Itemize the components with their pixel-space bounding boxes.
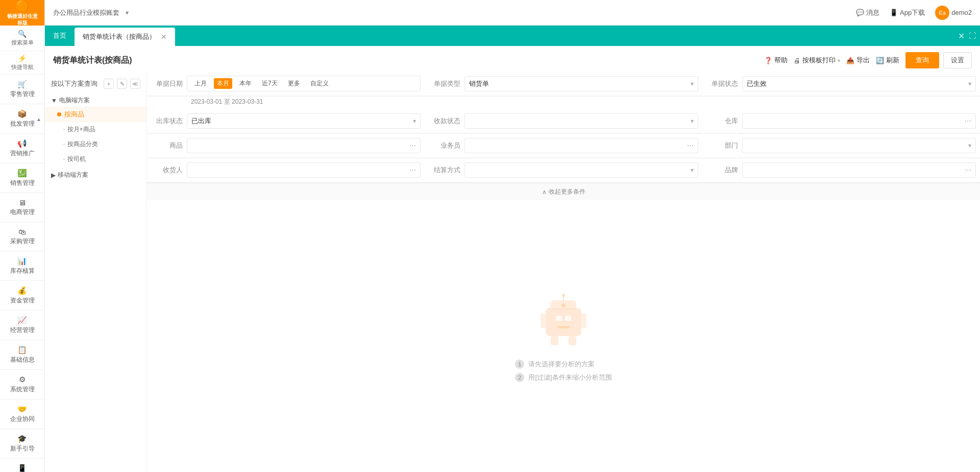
- sidebar-quick-nav[interactable]: ⚡ 快捷导航: [0, 51, 44, 75]
- basic-label: 基础信息: [0, 356, 44, 364]
- user-profile[interactable]: Ea demo2: [935, 6, 972, 20]
- scheme-group-desktop-header[interactable]: ▼ 电脑端方案: [45, 94, 146, 107]
- dept-label: 部门: [706, 141, 742, 150]
- salesperson-filter-input[interactable]: ···: [464, 138, 698, 153]
- product-filter-input[interactable]: ···: [187, 138, 421, 153]
- date-btn-7days[interactable]: 近7天: [259, 78, 281, 89]
- window-maximize-icon[interactable]: ⛶: [969, 32, 976, 40]
- scheme-group-mobile-header[interactable]: ▶ 移动端方案: [45, 169, 146, 181]
- empty-tip-2: 2 用[过滤]条件来缩小分析范围: [515, 373, 611, 382]
- sidebar-item-ecommerce[interactable]: 🖥 电商管理: [0, 193, 44, 222]
- scheme-group-mobile: ▶ 移动端方案: [45, 169, 146, 181]
- help-label: 帮助: [774, 56, 788, 65]
- tab-close-icon[interactable]: ✕: [161, 33, 167, 41]
- scheme-item-by-sku-label: 按司机: [67, 155, 86, 163]
- scheme-active-dot: [57, 112, 61, 116]
- page-header: 销货单统计表(按商品) ❓ 帮助 🖨 按模板打印 ▾ 📤 导出 🔄 刷新: [45, 46, 980, 72]
- breadcrumb-dropdown-icon[interactable]: ▾: [126, 9, 129, 16]
- date-btn-more[interactable]: 更多: [285, 78, 303, 89]
- sidebar-item-operations[interactable]: 📈 经营管理: [0, 311, 44, 340]
- avatar: Ea: [935, 6, 949, 20]
- filter-status-cell: 单据状态 已生效 ▾: [702, 72, 980, 96]
- window-close-icon[interactable]: ✕: [958, 31, 965, 41]
- export-button[interactable]: 📤 导出: [846, 56, 870, 65]
- tip-text-2: 用[过滤]条件来缩小分析范围: [528, 373, 611, 382]
- sidebar-item-tutorial[interactable]: 🎓 新手引导: [0, 429, 44, 459]
- sidebar-item-inventory[interactable]: 📊 库存核算: [0, 251, 44, 281]
- export-label: 导出: [856, 56, 870, 65]
- salesperson-label: 业务员: [429, 141, 464, 150]
- sidebar-item-system[interactable]: ⚙ 系统管理: [0, 370, 44, 399]
- date-filter-input[interactable]: 上月 本月 本年 近7天 更多 自定义: [187, 76, 421, 91]
- empty-robot-illustration: [533, 290, 594, 351]
- scheme-item-by-sku[interactable]: ▫ 按司机: [45, 152, 146, 167]
- sales-icon: 💹: [0, 169, 44, 178]
- query-button[interactable]: 查询: [905, 52, 939, 68]
- username: demo2: [951, 9, 972, 16]
- status-label: 单据状态: [706, 79, 742, 88]
- warehouse-filter-input[interactable]: ···: [742, 113, 976, 129]
- download-icon: 📱: [890, 9, 898, 16]
- help-button[interactable]: ❓ 帮助: [764, 56, 788, 65]
- settings-button[interactable]: 设置: [943, 52, 972, 68]
- collapse-bar[interactable]: ∧ 收起更多条件: [147, 183, 980, 200]
- stockout-dropdown-icon: ▾: [413, 117, 416, 125]
- scheme-item-by-product[interactable]: 按商品: [45, 107, 146, 122]
- print-button[interactable]: 🖨 按模板打印 ▾: [794, 56, 840, 65]
- header-left: 办公用品行业模拟账套 ▾: [53, 8, 129, 17]
- warehouse-more-icon: ···: [965, 116, 971, 126]
- receipt-label: 收款状态: [429, 116, 464, 126]
- refresh-button[interactable]: 🔄 刷新: [876, 56, 899, 65]
- payment-filter-input[interactable]: ▾: [464, 162, 698, 178]
- sidebar-item-marketing[interactable]: 📢 营销推广: [0, 134, 44, 163]
- payment-label: 结算方式: [429, 166, 464, 175]
- empty-tips: 1 请先选择要分析的方案 2 用[过滤]条件来缩小分析范围: [515, 360, 611, 382]
- sidebar-item-apps[interactable]: 📱 应用中心: [0, 459, 44, 472]
- status-filter-input[interactable]: 已生效 ▾: [742, 76, 976, 91]
- app-download-button[interactable]: 📱 App下载: [890, 8, 925, 17]
- print-dropdown-icon: ▾: [838, 58, 840, 63]
- sidebar-item-enterprise[interactable]: 🤝 企业协同: [0, 399, 44, 429]
- operations-icon: 📈: [0, 316, 44, 325]
- stockout-filter-input[interactable]: 已出库 ▾: [187, 113, 421, 129]
- date-btn-this-month[interactable]: 本月: [214, 78, 232, 89]
- filter-product-cell: 商品 ···: [147, 134, 425, 158]
- sidebar-item-purchase[interactable]: 🛍 采购管理: [0, 222, 44, 251]
- scheme-item-by-category[interactable]: ▫ 按商品分类: [45, 137, 146, 152]
- sidebar-item-wholesale[interactable]: 📦 批发管理 ▲: [0, 104, 44, 134]
- filter-brand-cell: 品牌 ···: [702, 158, 980, 182]
- date-btn-last-month[interactable]: 上月: [191, 78, 210, 89]
- collapse-scheme-button[interactable]: ≪: [130, 79, 140, 89]
- avatar-text: Ea: [939, 10, 946, 16]
- receipt-filter-input[interactable]: ▾: [464, 113, 698, 129]
- retail-icon: 🛒: [0, 80, 44, 89]
- message-label: 消息: [866, 8, 879, 17]
- edit-scheme-button[interactable]: ✎: [117, 79, 127, 89]
- enterprise-label: 企业协同: [0, 415, 44, 423]
- sidebar-item-finance[interactable]: 💰 资金管理: [0, 281, 44, 311]
- tab-home[interactable]: 首页: [45, 26, 75, 46]
- date-btn-custom[interactable]: 自定义: [307, 78, 332, 89]
- expand-icon: ▲: [36, 116, 41, 122]
- sidebar-item-sales[interactable]: 💹 销售管理: [0, 163, 44, 193]
- sidebar-item-retail[interactable]: 🛒 零售管理: [0, 75, 44, 104]
- tab-sales-stats[interactable]: 销货单统计表（按商品） ✕: [75, 28, 175, 46]
- sidebar-search[interactable]: 🔍 搜索菜单: [0, 26, 44, 51]
- add-scheme-button[interactable]: +: [104, 79, 114, 89]
- data-area: 1 请先选择要分析的方案 2 用[过滤]条件来缩小分析范围: [147, 200, 980, 472]
- receiver-filter-input[interactable]: ···: [187, 162, 421, 178]
- scheme-item-by-month-product[interactable]: ▫ 按月+商品: [45, 122, 146, 137]
- dept-filter-input[interactable]: ▾: [742, 138, 976, 153]
- scheme-item-by-product-label: 按商品: [64, 110, 84, 119]
- refresh-label: 刷新: [886, 56, 899, 65]
- brand-filter-input[interactable]: ···: [742, 162, 976, 178]
- right-panel: 单据日期 上月 本月 本年 近7天 更多 自定义: [147, 72, 980, 472]
- sidebar-item-basic[interactable]: 📋 基础信息: [0, 340, 44, 370]
- tutorial-icon: 🎓: [0, 434, 44, 443]
- message-button[interactable]: 💬 消息: [856, 8, 879, 17]
- app-logo[interactable]: 🟠 畅捷通好生意标版: [0, 0, 44, 26]
- purchase-label: 采购管理: [0, 237, 44, 246]
- filter-row-4: 收货人 ··· 结算方式 ▾: [147, 158, 980, 183]
- date-btn-this-year[interactable]: 本年: [236, 78, 255, 89]
- type-filter-input[interactable]: 销货单 ▾: [464, 76, 698, 91]
